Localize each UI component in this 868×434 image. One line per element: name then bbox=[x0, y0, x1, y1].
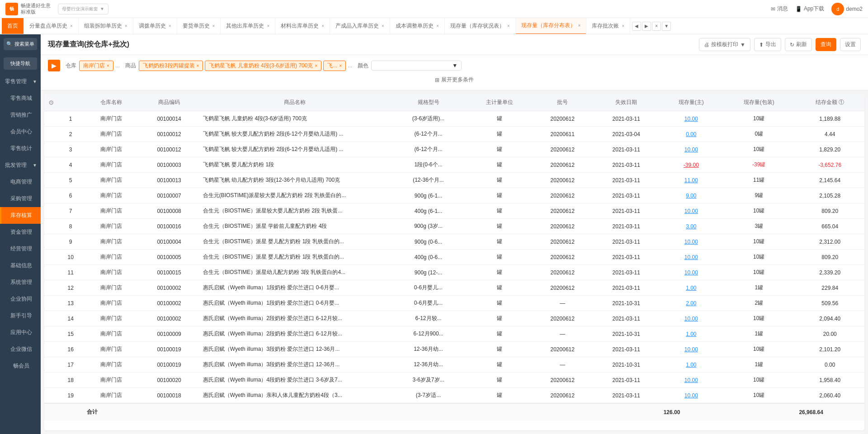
sidebar-item-app-center[interactable]: 应用中心 bbox=[0, 324, 41, 341]
color-filter: 颜色 ▼ bbox=[358, 61, 462, 71]
table-row: 6 南岸门店 00100007 合生元(BIOSTIME)派星较大婴儿配方奶粉 … bbox=[44, 188, 864, 203]
sidebar-item-purchase[interactable]: 采购管理 bbox=[0, 190, 41, 207]
app-download-btn[interactable]: 📱 App下载 bbox=[795, 5, 824, 13]
stock-main-link[interactable]: 10.00 bbox=[684, 116, 698, 122]
tab-batch[interactable]: 库存批次账 × bbox=[586, 18, 630, 34]
tab-other-out[interactable]: 其他出库单历史 × bbox=[221, 18, 275, 34]
sidebar-item-wechat[interactable]: 企业微信 bbox=[0, 341, 41, 358]
tab-close-all[interactable]: × bbox=[652, 22, 661, 31]
sidebar-item-system[interactable]: 系统管理 bbox=[0, 274, 41, 291]
color-input-area[interactable]: ▼ bbox=[371, 61, 462, 71]
stock-main-link[interactable]: 1.00 bbox=[686, 331, 696, 337]
tab-home[interactable]: 首页 bbox=[2, 18, 24, 34]
stock-main-link[interactable]: -39.00 bbox=[684, 162, 699, 168]
stock-main-link[interactable]: 3.00 bbox=[686, 223, 696, 230]
stock-main-link[interactable]: 11.00 bbox=[684, 177, 698, 184]
stock-main-link[interactable]: 10.00 bbox=[684, 254, 698, 260]
stock-main-link[interactable]: 10.00 bbox=[684, 316, 698, 322]
top-right-actions: ✉ 消息 📱 App下载 d demo2 bbox=[771, 3, 863, 15]
sidebar-item-marketing[interactable]: 营销推广 bbox=[0, 107, 41, 123]
product-tag-2-close[interactable]: × bbox=[315, 63, 317, 68]
tab-material-out[interactable]: 材料出库单历史 × bbox=[275, 18, 330, 34]
search-menu-btn[interactable]: 🔍 搜索菜单 bbox=[4, 38, 37, 50]
stock-main-link[interactable]: 1.00 bbox=[686, 362, 696, 368]
product-tag-2: 飞鹤星飞帆 儿童奶粉 4段(3-6岁适用) 700克 × bbox=[205, 61, 321, 71]
close-icon[interactable]: × bbox=[212, 24, 215, 28]
table-row: 12 南岸门店 00100002 惠氏启赋（Wyeth illuma）1段奶粉 … bbox=[44, 280, 864, 296]
sidebar-item-basic[interactable]: 基础信息 bbox=[0, 257, 41, 274]
sidebar-item-finance[interactable]: 资金管理 bbox=[0, 224, 41, 241]
export-btn[interactable]: ⬆ 导出 bbox=[754, 38, 781, 51]
table-row: 17 南岸门店 00100019 惠氏启赋（Wyeth illuma）3段奶粉 … bbox=[44, 357, 864, 373]
tab-mix[interactable]: 调拨单历史 × bbox=[133, 18, 177, 34]
query-btn[interactable]: 查询 bbox=[816, 38, 836, 51]
page-title: 现存量查询(按仓库+批次) bbox=[48, 40, 129, 49]
col-index bbox=[58, 94, 83, 111]
messages-btn[interactable]: ✉ 消息 bbox=[771, 5, 788, 13]
col-balance: 结存金额 ① bbox=[795, 94, 864, 111]
sidebar-item-inventory[interactable]: 库存核算 bbox=[0, 207, 41, 224]
sidebar-item-retail-stats[interactable]: 零售统计 bbox=[0, 140, 41, 157]
close-icon[interactable]: × bbox=[267, 24, 269, 28]
close-icon[interactable]: × bbox=[321, 24, 324, 28]
stock-main-link[interactable]: 1.00 bbox=[686, 285, 696, 291]
tab-split[interactable]: 分量盘点单历史 × bbox=[24, 18, 79, 34]
stock-main-link[interactable]: 10.00 bbox=[684, 146, 698, 153]
sidebar-item-enterprise[interactable]: 企业协同 bbox=[0, 291, 41, 307]
sidebar-item-vip[interactable]: 畅会员 bbox=[0, 358, 41, 374]
close-icon[interactable]: × bbox=[578, 23, 581, 28]
warehouse-tag-close[interactable]: × bbox=[107, 63, 109, 68]
close-icon[interactable]: × bbox=[382, 24, 384, 28]
sidebar-item-operations[interactable]: 经营管理 bbox=[0, 241, 41, 257]
tab-menu[interactable]: ▼ bbox=[662, 22, 671, 31]
col-name: 商品名称 bbox=[199, 94, 391, 111]
refresh-btn[interactable]: ↻ 刷新 bbox=[785, 38, 812, 51]
stock-main-link[interactable]: 10.00 bbox=[684, 377, 698, 383]
tab-require[interactable]: 要货单历史 × bbox=[177, 18, 221, 34]
quick-nav-btn[interactable]: 快捷导航 bbox=[4, 57, 37, 70]
close-icon[interactable]: × bbox=[125, 24, 127, 28]
tab-stock-dist[interactable]: 现存量（库存分布表） × bbox=[516, 18, 587, 34]
product-more[interactable]: ... bbox=[348, 62, 352, 69]
close-icon[interactable]: × bbox=[70, 24, 73, 28]
close-icon[interactable]: × bbox=[507, 24, 510, 28]
col-unit: 主计量单位 bbox=[466, 94, 532, 111]
stock-main-link[interactable]: 2.00 bbox=[686, 300, 696, 307]
settings-btn[interactable]: 设置 bbox=[840, 38, 861, 51]
sidebar-item-retail[interactable]: 零售管理 ▼ bbox=[0, 73, 41, 90]
stock-main-link[interactable]: 0.00 bbox=[686, 131, 696, 137]
industry-select[interactable]: 母婴行业演示账套 ▼ bbox=[58, 4, 108, 14]
product-tag-more-close[interactable]: × bbox=[339, 63, 342, 68]
print-template-btn[interactable]: 🖨 按模板打印 ▼ bbox=[699, 38, 750, 51]
stock-main-link[interactable]: 10.00 bbox=[684, 239, 698, 245]
sidebar: 🔍 搜索菜单 快捷导航 零售管理 ▼ 零售商城 营销推广 会员中心 零售统计 批… bbox=[0, 34, 41, 434]
stock-main-link[interactable]: 10.00 bbox=[684, 346, 698, 353]
tab-disassemble[interactable]: 组装拆卸单历史 × bbox=[79, 18, 133, 34]
stock-main-link[interactable]: 10.00 bbox=[684, 392, 698, 399]
col-batch: 批号 bbox=[533, 94, 593, 111]
tab-arrow-right[interactable]: ▶ bbox=[642, 22, 651, 31]
sidebar-item-guide[interactable]: 新手引导 bbox=[0, 307, 41, 324]
user-profile[interactable]: d demo2 bbox=[831, 3, 863, 15]
close-icon[interactable]: × bbox=[436, 24, 439, 28]
tab-arrow-left[interactable]: ◀ bbox=[632, 22, 641, 31]
expand-more-btn[interactable]: ⊞ 展开更多条件 bbox=[48, 74, 861, 85]
color-input[interactable] bbox=[375, 62, 450, 69]
product-tag-1-close[interactable]: × bbox=[197, 63, 199, 68]
sidebar-item-wholesale[interactable]: 批发管理 ▼ bbox=[0, 157, 41, 174]
stock-main-link[interactable]: 9.00 bbox=[686, 193, 696, 199]
sidebar-item-mall[interactable]: 零售商城 bbox=[0, 90, 41, 107]
table-settings-icon[interactable]: ⚙ bbox=[48, 99, 54, 106]
expand-filter-btn[interactable]: ▶ bbox=[48, 60, 60, 71]
tab-cost-adjust[interactable]: 成本调整单历史 × bbox=[390, 18, 445, 34]
tab-product-in[interactable]: 产成品入库单历史 × bbox=[330, 18, 390, 34]
product-filter: 商品 飞鹤奶粉3段丙罐提装 × 飞鹤星飞帆 儿童奶粉 4段(3-6岁适用) 70… bbox=[125, 61, 352, 71]
close-icon[interactable]: × bbox=[622, 24, 624, 28]
sidebar-item-members[interactable]: 会员中心 bbox=[0, 123, 41, 140]
tab-stock-status[interactable]: 现存量（库存状况表） × bbox=[445, 18, 516, 34]
stock-main-link[interactable]: 10.00 bbox=[684, 269, 698, 276]
close-icon[interactable]: × bbox=[169, 24, 171, 28]
stock-main-link[interactable]: 10.00 bbox=[684, 208, 698, 214]
sidebar-item-ecommerce[interactable]: 电商管理 bbox=[0, 174, 41, 190]
warehouse-more[interactable]: ... bbox=[115, 62, 120, 69]
